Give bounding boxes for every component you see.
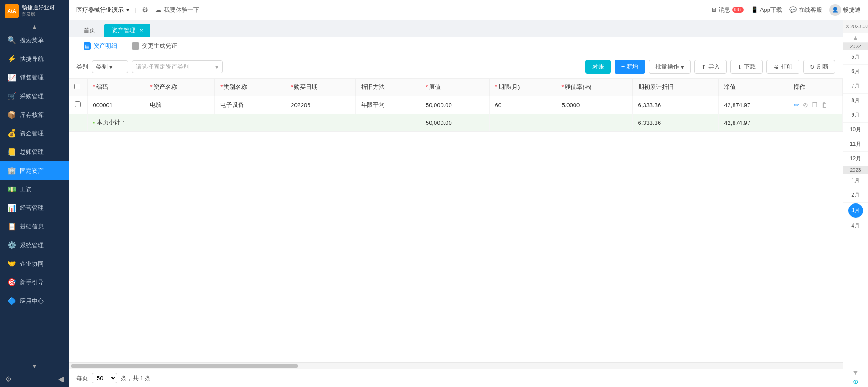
scroll-down-arrow[interactable]: ▼ (853, 369, 859, 376)
batch-button[interactable]: 批量操作 ▾ (649, 60, 691, 74)
download-button[interactable]: ⬇ 下载 (730, 60, 763, 74)
month-2022-8[interactable]: 8月 (843, 94, 868, 108)
change-voucher-icon: ≡ (132, 42, 139, 50)
sidebar-item-fixed-assets[interactable]: 🏢固定资产 (0, 161, 69, 180)
sidebar-item-search[interactable]: 🔍搜索菜单 (0, 31, 69, 50)
sidebar-item-inventory[interactable]: 📦库存核算 (0, 105, 69, 124)
edit-icon[interactable]: ✏ (794, 101, 799, 109)
sidebar-item-guide[interactable]: 🎯新手引导 (0, 273, 69, 292)
message-icon: 🖥 (711, 6, 717, 13)
message-button[interactable]: 🖥 消息 99+ (711, 6, 744, 14)
subtotal-label: ▪本页小计： (87, 114, 420, 132)
sidebar-item-purchase[interactable]: 🛒采购管理 (0, 87, 69, 105)
sub-tab-change-voucher[interactable]: ≡ 变更生成凭证 (124, 37, 184, 55)
settings-icon[interactable]: ⚙ (5, 375, 12, 383)
select-all-checkbox[interactable] (74, 84, 80, 89)
basic-info-icon: 📋 (7, 222, 15, 231)
scrollbar-thumb[interactable] (71, 364, 298, 368)
category-input[interactable]: 请选择固定资产类别 ▾ (132, 60, 223, 73)
inventory-icon: 📦 (7, 110, 15, 119)
sidebar-item-ledger[interactable]: 📒总账管理 (0, 143, 69, 161)
right-panel-header: ✕ 2023.03 ⤢ (843, 20, 868, 33)
month-2022-11[interactable]: 11月 (843, 137, 868, 152)
duizhang-button[interactable]: 对账 (585, 60, 611, 74)
main-area: 医疗器械行业演示 ▾ | ⚙ ☁ 我要体验一下 🖥 消息 99+ 📱 App下载… (69, 0, 868, 387)
sidebar-item-basic-info[interactable]: 📋基础信息 (0, 217, 69, 236)
company-selector[interactable]: 医疗器械行业演示 ▾ (76, 6, 129, 14)
cell-purchase-date: 202206 (285, 96, 356, 114)
subtotal-row: ▪本页小计： 50,000.00 6,333.36 42,874.97 (69, 114, 843, 132)
delete-icon[interactable]: 🗑 (821, 101, 828, 109)
sidebar-item-fund[interactable]: 💰资金管理 (0, 124, 69, 143)
expand-down-icon[interactable]: ⊕ (853, 378, 858, 385)
guide-icon: 🎯 (7, 278, 15, 287)
tab-close-icon[interactable]: × (140, 27, 143, 34)
new-button[interactable]: + 新增 (615, 60, 645, 74)
business-icon: 📊 (7, 203, 15, 212)
month-2022-6[interactable]: 6月 (843, 64, 868, 79)
sidebar-item-payroll[interactable]: 💵工资 (0, 180, 69, 198)
sub-tab-asset-detail[interactable]: ▤ 资产明细 (76, 37, 124, 55)
month-list: 2022 5月 6月 7月 8月 9月 10月 11月 12月 2023 1月 … (843, 43, 868, 367)
tab-home[interactable]: 首页 (76, 24, 103, 37)
pagination-bar: 每页 50 20 100 200 条，共 1 条 (69, 369, 843, 387)
sidebar-label-fixed-assets: 固定资产 (20, 167, 44, 175)
print-button[interactable]: 🖨 打印 (766, 60, 799, 74)
sidebar-item-app-center[interactable]: 🔷应用中心 (0, 292, 69, 310)
month-2022-9[interactable]: 9月 (843, 108, 868, 123)
app-download-button[interactable]: 📱 App下载 (751, 6, 782, 14)
refresh-button[interactable]: ↻ 刷新 (803, 60, 835, 74)
per-page-label: 每页 (76, 374, 88, 382)
deactivate-icon[interactable]: ⊘ (803, 101, 808, 109)
category-filter-select[interactable]: 类别 ▾ (92, 60, 128, 73)
month-2022-5[interactable]: 5月 (843, 50, 868, 64)
month-2022-7[interactable]: 7月 (843, 79, 868, 94)
payroll-icon: 💵 (7, 185, 15, 194)
sidebar-bottom: ⚙ ◀ (0, 371, 69, 387)
sidebar-label-quick-nav: 快捷导航 (20, 55, 44, 63)
sidebar-scroll-up[interactable]: ▲ (0, 22, 69, 31)
year-2023-label: 2023 (843, 166, 868, 174)
sidebar-item-system[interactable]: ⚙️系统管理 (0, 236, 69, 254)
filter-input-dropdown-icon: ▾ (215, 64, 218, 70)
sidebar-item-sales[interactable]: 📈销售管理 (0, 68, 69, 87)
per-page-select[interactable]: 50 20 100 200 (92, 373, 117, 383)
import-button[interactable]: ⬆ 导入 (694, 60, 727, 74)
col-name: *资产名称 (144, 79, 215, 96)
system-icon: ⚙️ (7, 241, 15, 249)
app-edition: 普及版 (22, 11, 55, 18)
toolbar: 类别 类别 ▾ 请选择固定资产类别 ▾ 对账 (69, 55, 843, 79)
col-code: *编码 (87, 79, 144, 96)
sidebar-item-business[interactable]: 📊经营管理 (0, 198, 69, 217)
copy-icon[interactable]: ❐ (812, 101, 818, 109)
sub-tabs: ▤ 资产明细 ≡ 变更生成凭证 (69, 37, 843, 55)
col-residual-rate: *残值率(%) (556, 79, 632, 96)
right-panel-close-icon[interactable]: ✕ (845, 23, 850, 30)
sidebar-label-guide: 新手引导 (20, 278, 44, 287)
row-checkbox[interactable] (75, 101, 81, 107)
month-2023-3[interactable]: 3月 (848, 203, 863, 218)
col-accumulated-depreciation: 期初累计折旧 (632, 79, 719, 96)
sidebar-item-enterprise[interactable]: 🤝企业协同 (0, 254, 69, 273)
sidebar-nav-list: 🔍搜索菜单⚡快捷导航📈销售管理🛒采购管理📦库存核算💰资金管理📒总账管理🏢固定资产… (0, 31, 69, 362)
table-row: 000001 电脑 电子设备 202206 年限平均 50,000.00 60 … (69, 96, 843, 114)
sidebar-scroll-down[interactable]: ▼ (0, 362, 69, 371)
content-area: 首页 资产管理 × ▤ 资产明细 ≡ 变更生成凭证 (69, 20, 868, 387)
tab-asset-management[interactable]: 资产管理 × (104, 24, 150, 37)
col-check (69, 79, 87, 96)
right-sidebar: ✕ 2023.03 ⤢ ▲ 2022 5月 6月 7月 8月 9月 10月 11… (843, 20, 868, 387)
month-2023-4[interactable]: 4月 (843, 219, 868, 233)
month-2023-1[interactable]: 1月 (843, 174, 868, 188)
month-2022-12[interactable]: 12月 (843, 152, 868, 166)
user-menu[interactable]: 👤 畅捷通 (829, 4, 861, 16)
company-settings-icon[interactable]: ⚙ (142, 5, 148, 14)
experience-button[interactable]: ☁ 我要体验一下 (155, 6, 199, 14)
scroll-up-arrow[interactable]: ▲ (853, 34, 859, 41)
horizontal-scrollbar[interactable] (69, 362, 843, 369)
collapse-icon[interactable]: ◀ (58, 375, 64, 383)
sidebar-item-quick-nav[interactable]: ⚡快捷导航 (0, 50, 69, 68)
experience-icon: ☁ (155, 6, 161, 13)
online-service-button[interactable]: 💬 在线客服 (789, 6, 822, 14)
month-2022-10[interactable]: 10月 (843, 123, 868, 137)
month-2023-2[interactable]: 2月 (843, 188, 868, 203)
